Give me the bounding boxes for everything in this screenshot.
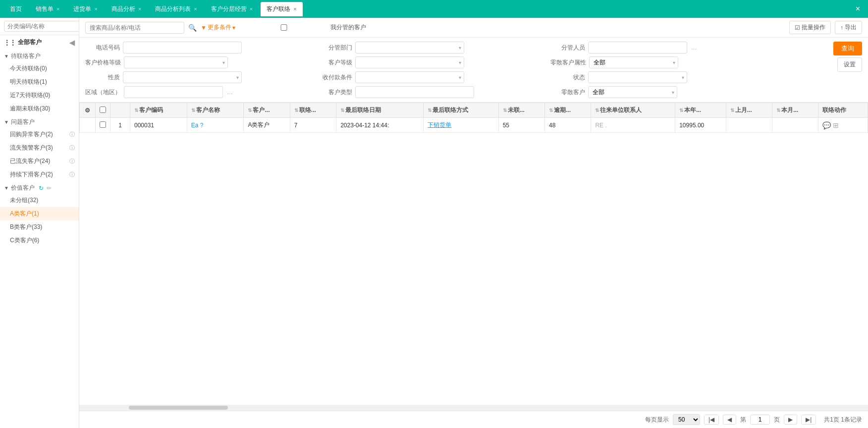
th-num xyxy=(110,103,130,118)
th-customer-type[interactable]: 客户... xyxy=(244,103,290,118)
group-pending-contact[interactable]: ▼ 待联络客户 xyxy=(0,50,79,62)
phone-input[interactable] xyxy=(123,42,242,54)
payment-select[interactable] xyxy=(355,71,464,83)
retail-customer-select[interactable]: 全部 xyxy=(588,86,677,98)
prev-page-btn[interactable]: ◀ xyxy=(723,415,736,425)
customer-type-input[interactable] xyxy=(355,86,474,98)
nature-select[interactable] xyxy=(123,71,242,83)
customer-level-select[interactable] xyxy=(355,56,464,68)
nav-close-sales[interactable]: × xyxy=(56,6,59,12)
collapse-icon[interactable]: ◀ xyxy=(69,39,75,47)
more-filters-btn[interactable]: ▼ 更多条件 ▾ xyxy=(201,23,235,32)
refresh-icon[interactable]: ↻ xyxy=(39,185,44,192)
th-visit-contact[interactable]: 往来单位联系人 xyxy=(591,103,675,118)
filter-search-icon[interactable]: 🔍 xyxy=(188,24,197,32)
sidebar-search-area: 🔍 xyxy=(0,18,79,35)
th-last-contact-method[interactable]: 最后联络方式 xyxy=(424,103,498,118)
sidebar-item-abnormal[interactable]: 回购异常客户(2) ⓘ xyxy=(0,128,79,141)
manager-label: 分管人员 xyxy=(550,44,585,52)
scrollbar-thumb[interactable] xyxy=(129,406,228,410)
sidebar-item-churn-warning[interactable]: 流失预警客户(3) ⓘ xyxy=(0,141,79,155)
table-header-row: ⚙ 客户编码 客户名称 客户... 联络... 最后联络日期 最后联络方式 未联… xyxy=(80,103,868,118)
filter-row-3: 性质 ▾ 收付款条件 xyxy=(85,71,783,83)
th-this-year[interactable]: 本年... xyxy=(675,103,726,118)
nav-close-contact[interactable]: × xyxy=(293,6,296,12)
nav-close-product-analysis[interactable]: × xyxy=(138,6,141,12)
row-customer-name[interactable]: Ea ? xyxy=(187,118,244,133)
th-last-contact-date[interactable]: 最后联络日期 xyxy=(336,103,424,118)
page-input[interactable] xyxy=(750,415,770,425)
nav-close-purchase[interactable]: × xyxy=(94,6,97,12)
arrow-down-icon: ▼ xyxy=(4,54,9,59)
row-checkbox xyxy=(96,118,110,133)
nav-close-segment[interactable]: × xyxy=(250,6,253,12)
nav-purchase-order[interactable]: 进货单 × xyxy=(67,2,103,16)
status-select[interactable] xyxy=(588,71,687,83)
manager-dots-icon[interactable]: … xyxy=(691,44,697,51)
row-last-contact-method[interactable]: 下销货单 xyxy=(424,118,498,133)
sidebar-search-input[interactable] xyxy=(4,21,79,32)
all-customers-header[interactable]: ⋮⋮ 全部客户 ◀ xyxy=(0,35,79,50)
retail-attr-select[interactable]: 全部 xyxy=(589,56,678,68)
nav-product-analysis-list[interactable]: 商品分析列表 × xyxy=(149,2,203,16)
dept-select[interactable] xyxy=(355,42,464,54)
sidebar-item-tomorrow[interactable]: 明天待联络(1) xyxy=(0,75,79,89)
nav-customer-segment[interactable]: 客户分层经营 × xyxy=(205,2,259,16)
sidebar-item-overdue[interactable]: 逾期未联络(30) xyxy=(0,102,79,115)
settings-btn[interactable]: 设置 xyxy=(837,57,862,72)
price-level-select[interactable] xyxy=(124,56,228,68)
my-customers-checkbox[interactable]: 我分管的客户 xyxy=(239,23,366,32)
nav-home[interactable]: 首页 xyxy=(4,2,28,16)
first-page-btn[interactable]: |◀ xyxy=(704,415,719,425)
filter-cell-dept: 分管部门 ▾ xyxy=(318,42,550,54)
th-gear[interactable]: ⚙ xyxy=(80,103,96,118)
batch-op-btn[interactable]: ☑ 批量操作 xyxy=(789,21,831,34)
nav-customer-contact[interactable]: 客户联络 × xyxy=(261,2,302,16)
nav-sales-order[interactable]: 销售单 × xyxy=(30,2,65,16)
sidebar-item-class-c[interactable]: C类客户(6) xyxy=(0,234,79,247)
sidebar-item-7days[interactable]: 近7天待联络(0) xyxy=(0,89,79,102)
group-problem-customers[interactable]: ▼ 问题客户 xyxy=(0,115,79,128)
th-contact[interactable]: 联络... xyxy=(290,103,336,118)
row-check[interactable] xyxy=(100,121,106,128)
manager-input[interactable] xyxy=(588,42,687,54)
contact-method-link[interactable]: 下销货单 xyxy=(428,121,451,128)
filter-cell-customer-type: 客户类型 xyxy=(318,86,550,98)
sidebar-item-churned[interactable]: 已流失客户(24) ⓘ xyxy=(0,155,79,168)
row-this-month xyxy=(772,118,818,133)
nav-close-product-list[interactable]: × xyxy=(194,6,197,12)
chat-action-btn[interactable]: 💬 xyxy=(822,121,831,129)
export-btn[interactable]: ↑ 导出 xyxy=(835,21,862,34)
region-dots-icon[interactable]: … xyxy=(227,89,233,96)
th-this-month[interactable]: 本月... xyxy=(772,103,818,118)
th-no-contact[interactable]: 未联... xyxy=(498,103,544,118)
info-icon-2: ⓘ xyxy=(69,144,75,152)
my-customers-check[interactable] xyxy=(239,24,328,31)
edit-icon[interactable]: ✏ xyxy=(47,185,52,192)
sidebar-item-today[interactable]: 今天待联络(0) xyxy=(0,62,79,75)
sidebar-item-class-b[interactable]: B类客户(33) xyxy=(0,220,79,234)
sidebar-item-class-a[interactable]: A类客户(1) xyxy=(0,207,79,220)
per-page-select[interactable]: 50 100 200 xyxy=(673,414,700,425)
th-customer-code[interactable]: 客户编码 xyxy=(130,103,187,118)
search-input[interactable] xyxy=(85,22,184,34)
last-page-btn[interactable]: ▶| xyxy=(801,415,816,425)
region-input[interactable] xyxy=(124,86,223,98)
query-btn[interactable]: 查询 xyxy=(833,42,862,55)
page-end-label: 页 xyxy=(774,416,780,424)
th-last-month[interactable]: 上月... xyxy=(726,103,772,118)
region-label: 区域（地区） xyxy=(85,88,121,97)
group-value-customers[interactable]: ▼ 价值客户 ↻ ✏ xyxy=(0,181,79,194)
arrow-down-icon-2: ▼ xyxy=(4,119,9,125)
th-overdue[interactable]: 逾期... xyxy=(545,103,591,118)
nav-product-analysis[interactable]: 商品分析 × xyxy=(106,2,147,16)
close-all-btn[interactable]: × xyxy=(852,2,864,15)
horizontal-scrollbar[interactable] xyxy=(79,405,868,411)
th-customer-name[interactable]: 客户名称 xyxy=(187,103,244,118)
sidebar-item-declining[interactable]: 持续下滑客户(2) ⓘ xyxy=(0,168,79,181)
select-all-checkbox[interactable] xyxy=(100,107,106,113)
sidebar-item-ungrouped[interactable]: 未分组(32) xyxy=(0,194,79,207)
filter-cell-status: 状态 ▾ xyxy=(550,71,783,83)
grid-action-btn[interactable]: ⊞ xyxy=(833,121,839,129)
next-page-btn[interactable]: ▶ xyxy=(784,415,797,425)
